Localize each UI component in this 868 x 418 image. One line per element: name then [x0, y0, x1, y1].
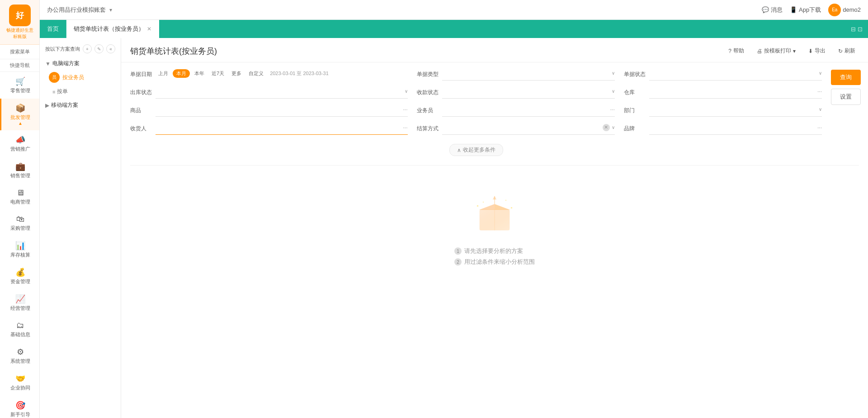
date-tab-this-year[interactable]: 本年 — [192, 69, 207, 78]
sidebar-item-basic[interactable]: 🗂 基础信息 — [0, 316, 39, 342]
export-button[interactable]: ⬇ 导出 — [805, 45, 829, 57]
print-label: 按模板打印 — [764, 47, 791, 55]
tab-minimize-icon[interactable]: ⊟ — [851, 26, 856, 33]
tab-expand[interactable]: ⊟ ⊡ — [845, 26, 868, 33]
query-button[interactable]: 查询 — [831, 70, 861, 85]
sidebar-item-label-retail: 零售管理 — [10, 87, 30, 94]
page-actions: ? 帮助 🖨 按模板打印 ▾ ⬇ 导出 ↻ 刷新 — [725, 45, 859, 57]
collapse-panel-icon[interactable]: « — [106, 44, 115, 53]
sidebar-item-system[interactable]: ⚙ 系统管理 — [0, 342, 39, 369]
filter-row-1: 单据日期 上月 本月 本年 近7天 更多 自定义 20 — [130, 68, 822, 81]
svg-point-7 — [505, 200, 507, 201]
desktop-scheme-arrow-icon: ▼ — [45, 61, 51, 67]
breadcrumb-dropdown-icon[interactable]: ▾ — [109, 7, 112, 13]
print-button[interactable]: 🖨 按模板打印 ▾ — [753, 45, 799, 57]
filter-query-area: 单据日期 上月 本月 本年 近7天 更多 自定义 20 — [121, 62, 868, 165]
scheme-item-salesperson[interactable]: 员 按业务员 — [40, 69, 121, 86]
finance-icon: 💰 — [15, 267, 25, 277]
sidebar-item-purchase[interactable]: 🛍 采购管理 — [0, 210, 39, 236]
empty-tips: 1 请先选择要分析的方案 2 用过滤条件来缩小分析范围 — [454, 247, 535, 269]
search-menu-label[interactable]: 搜索菜单 — [10, 48, 30, 55]
sidebar-item-inventory[interactable]: 📊 库存核算 — [0, 236, 39, 263]
add-scheme-icon[interactable]: + — [83, 44, 92, 53]
sidebar-item-marketing[interactable]: 📣 营销推广 — [0, 130, 39, 157]
filter-row-4: 收货人 ··· 结算方式 ✕ ∨ — [130, 122, 822, 135]
brand-control[interactable]: ··· — [649, 122, 822, 135]
logo-icon: 好 — [9, 5, 31, 26]
payment-method-clear-icon[interactable]: ✕ — [603, 124, 610, 131]
filter-doc-status: 单据状态 ∨ — [624, 68, 822, 81]
mobile-scheme[interactable]: ▶ 移动端方案 — [40, 100, 121, 111]
collapse-button[interactable]: ∧ 收起更多条件 — [449, 144, 503, 156]
sidebar-item-operations[interactable]: 📈 经营管理 — [0, 290, 39, 316]
user-menu[interactable]: Ea demo2 — [828, 4, 861, 16]
filter-doc-type: 单据类型 ∨ — [417, 68, 615, 81]
sidebar-logo: 好 畅捷通好生意 标账版 — [0, 0, 39, 45]
sidebar-item-wholesale[interactable]: 📦 批发管理 ▲ — [0, 99, 39, 130]
payment-method-dropdown-icon: ∨ — [612, 125, 615, 130]
filter-payment: 收款状态 ∨ — [417, 86, 615, 99]
edit-scheme-icon[interactable]: ✎ — [94, 44, 104, 53]
doc-status-control[interactable]: ∨ — [649, 68, 822, 81]
sidebar-item-cooperation[interactable]: 🤝 企业协同 — [0, 369, 39, 396]
tab-home[interactable]: 首页 — [40, 20, 66, 38]
collapse-icon: ∧ — [457, 147, 461, 153]
sidebar-item-label-ecommerce: 电商管理 — [10, 199, 30, 205]
desktop-scheme-header[interactable]: ▼ 电脑端方案 — [40, 58, 121, 69]
date-tab-custom[interactable]: 自定义 — [246, 69, 266, 78]
tab-maximize-icon[interactable]: ⊡ — [858, 26, 863, 33]
sales-icon: 💼 — [15, 162, 25, 171]
recipient-control[interactable]: ··· — [156, 122, 408, 135]
sidebar-item-label-sales: 销售管理 — [10, 172, 30, 179]
doc-type-control[interactable]: ∨ — [442, 68, 615, 81]
refresh-button[interactable]: ↻ 刷新 — [835, 45, 859, 57]
tip2-text: 用过滤条件来缩小分析范围 — [464, 258, 535, 266]
help-button[interactable]: ? 帮助 — [725, 45, 748, 57]
doc-status-label: 单据状态 — [624, 71, 646, 78]
salesperson-control[interactable]: ··· — [442, 104, 615, 117]
quick-nav[interactable]: 快捷导航 — [0, 59, 39, 72]
salesperson-more-icon: ··· — [610, 106, 615, 113]
sidebar-item-retail[interactable]: 🛒 零售管理 — [0, 72, 39, 99]
app-download-button[interactable]: 📱 App下载 — [790, 6, 821, 14]
salesperson-scheme-label: 按业务员 — [62, 74, 84, 81]
tab-home-label: 首页 — [47, 25, 59, 33]
date-control[interactable]: 上月 本月 本年 近7天 更多 自定义 2023-03-01 至 2023-03… — [156, 68, 408, 81]
date-tab-more[interactable]: 更多 — [229, 69, 244, 78]
filter-payment-method: 结算方式 ✕ ∨ — [417, 122, 615, 135]
date-tab-7days[interactable]: 近7天 — [209, 69, 227, 78]
setting-button[interactable]: 设置 — [831, 89, 861, 105]
warehouse-control[interactable]: ··· — [649, 86, 822, 99]
operations-icon: 📈 — [15, 294, 25, 304]
outbound-control[interactable]: ∨ — [156, 86, 408, 99]
date-tabs: 上月 本月 本年 近7天 更多 自定义 — [156, 69, 266, 78]
scheme-sub-item-order[interactable]: ≡ 按单 — [40, 86, 121, 98]
logo-text: 畅捷通好生意 标账版 — [6, 27, 33, 40]
newbie-icon: 🎯 — [15, 400, 25, 410]
date-range-value: 2023-03-01 至 2023-03-31 — [270, 70, 329, 77]
date-tab-this-month[interactable]: 本月 — [173, 69, 190, 78]
sidebar: 好 畅捷通好生意 标账版 搜索菜单 快捷导航 🛒 零售管理 📦 批发管理 ▲ 📣… — [0, 0, 40, 418]
search-menu[interactable]: 搜索菜单 — [0, 45, 39, 59]
payment-method-control[interactable]: ✕ ∨ — [442, 122, 615, 135]
sidebar-item-sales[interactable]: 💼 销售管理 — [0, 157, 39, 184]
header-left: 办公用品行业模拟账套 ▾ — [47, 6, 112, 14]
sidebar-item-ecommerce[interactable]: 🖥 电商管理 — [0, 184, 39, 210]
sidebar-item-finance[interactable]: 💰 资金管理 — [0, 263, 39, 290]
filter-brand: 品牌 ··· — [624, 122, 822, 135]
tab-close-icon[interactable]: ✕ — [147, 26, 151, 32]
date-tab-last-month[interactable]: 上月 — [156, 69, 171, 78]
sidebar-item-label-purchase: 采购管理 — [10, 225, 30, 232]
svg-point-8 — [483, 202, 484, 203]
marketing-icon: 📣 — [15, 135, 25, 145]
payment-control[interactable]: ∨ — [442, 86, 615, 99]
salesperson-label: 业务员 — [417, 107, 439, 114]
desktop-scheme-label: 电脑端方案 — [52, 60, 80, 67]
message-button[interactable]: 💬 消息 — [762, 6, 783, 14]
goods-control[interactable]: ··· — [156, 104, 408, 117]
department-control[interactable]: ∨ — [649, 104, 822, 117]
sidebar-item-newbie[interactable]: 🎯 新手引导 — [0, 396, 39, 418]
payment-dropdown-icon: ∨ — [612, 89, 615, 94]
brand-more-icon: ··· — [817, 124, 822, 131]
tab-report[interactable]: 销货单统计表（按业务员） ✕ — [66, 20, 159, 38]
